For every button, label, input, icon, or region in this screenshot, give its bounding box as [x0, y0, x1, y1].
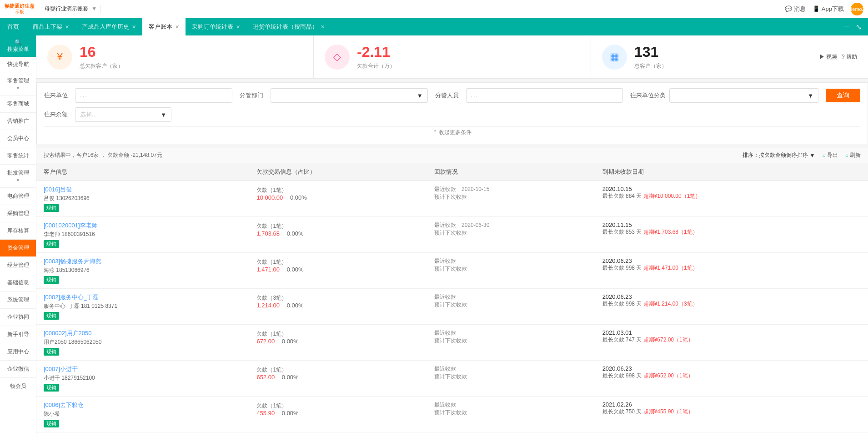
customer-name-link[interactable]: [000002]用户2050: [44, 329, 242, 337]
sidebar-item-enterprise-wx[interactable]: 企业微信: [0, 361, 36, 378]
tab-expand-btn[interactable]: ⤡: [854, 22, 863, 32]
sidebar-item-batch-mgmt[interactable]: 批发管理 ▼: [0, 165, 36, 188]
balance-select[interactable]: 选择... ▼: [75, 107, 171, 122]
top-right-area: 💬 消息 📱 App下载 demo2: [785, 3, 863, 15]
customer-name-link[interactable]: [0003]畅捷服务尹海燕: [44, 257, 242, 266]
collapse-bar[interactable]: ⌃ 收起更多条件: [44, 126, 860, 138]
customer-name-link[interactable]: [0006]去下粮仓: [44, 401, 242, 409]
export-icon: ○: [823, 152, 826, 159]
tab-import-stat[interactable]: 进货单统计表（按商品） ✕: [246, 18, 331, 35]
debt-percent: 0.00%: [282, 338, 299, 345]
sidebar-quick-nav[interactable]: 快捷导航: [0, 57, 36, 72]
latest-date: 2020-10-15: [462, 186, 489, 192]
tab-close-customer[interactable]: ✕: [175, 24, 179, 30]
tab-close-import[interactable]: ✕: [321, 24, 325, 30]
sidebar-label-batch-mgmt: 批发管理: [7, 169, 29, 177]
next-label: 预计下次收款: [434, 265, 587, 273]
overdue-amount-link[interactable]: 超期¥652.00（1笔）: [643, 372, 693, 379]
tab-close-goods[interactable]: ✕: [65, 24, 69, 30]
tab-minimize-btn[interactable]: ─: [843, 22, 851, 32]
due-cell: 2020.06.23 最长欠款 998 天 超期¥652.00（1笔）: [595, 361, 868, 397]
sidebar-item-marketing[interactable]: 营销推广: [0, 113, 36, 130]
app-download-btn[interactable]: 📱 App下载: [813, 5, 844, 13]
sidebar-item-inventory[interactable]: 库存核算: [0, 222, 36, 240]
sidebar-item-member[interactable]: 会员中心: [0, 130, 36, 147]
tab-close-purchase[interactable]: ✕: [236, 24, 240, 30]
from-unit-input[interactable]: ···: [75, 88, 232, 103]
overdue-amount-link[interactable]: 超期¥10,000.00（1笔）: [643, 193, 701, 199]
next-label: 预计下次收款: [434, 301, 587, 309]
repayment-cell: 最近收款 预计下次收款: [427, 432, 595, 437]
debt-percent: 0.00%: [290, 194, 307, 201]
sidebar-item-ecommerce[interactable]: 电商管理: [0, 188, 36, 205]
overdue-amount-link[interactable]: 超期¥1,471.00（1笔）: [643, 265, 698, 271]
due-cell: 2020.12.30 最长欠款 808 天 超期¥429.00（1笔）: [595, 432, 868, 437]
sort-select[interactable]: 排序：按欠款金额倒序排序 ▼: [743, 151, 815, 159]
dept-select[interactable]: ▼: [271, 88, 428, 103]
customer-name-link[interactable]: [0001020001]李老师: [44, 221, 242, 230]
sidebar-item-purchase[interactable]: 采购管理: [0, 205, 36, 222]
overdue-amount-link[interactable]: 超期¥1,214.00（3笔）: [643, 301, 698, 307]
tab-purchase-stat[interactable]: 采购订单统计表 ✕: [186, 18, 246, 35]
overdue-days: 最长欠款 747 天: [602, 337, 643, 343]
latest-label: 最近收款: [434, 186, 456, 192]
message-btn[interactable]: 💬 消息: [785, 5, 806, 13]
debt-amount: 455.90: [256, 410, 275, 417]
next-label: 预计下次收款: [434, 409, 587, 417]
debt-count: 欠款（1笔）: [256, 222, 420, 230]
due-date: 2020.06.23: [602, 257, 861, 264]
sidebar-item-retail-mgmt[interactable]: 零售管理 ▼: [0, 72, 36, 95]
sidebar-item-ops[interactable]: 经营管理: [0, 257, 36, 274]
tab-customer-account[interactable]: 客户账本 ✕: [142, 18, 186, 35]
help-btn[interactable]: ? 帮助: [842, 53, 857, 61]
repayment-cell: 最近收款 预计下次收款: [427, 397, 595, 432]
overdue-amount-link[interactable]: 超期¥1,703.68（1笔）: [643, 229, 698, 235]
tab-product-history[interactable]: 产成品入库单历史 ✕: [75, 18, 142, 35]
refresh-btn[interactable]: ○ 刷新: [845, 151, 861, 159]
latest-label: 最近收款: [434, 258, 456, 264]
sidebar-item-new-guide[interactable]: 新手引导: [0, 326, 36, 343]
sidebar-item-enterprise-collab[interactable]: 企业协同: [0, 309, 36, 326]
app-container: 畅捷通好生意 示板 母婴行业演示账套 ▼ 💬 消息 📱 App下载 demo2: [0, 0, 868, 437]
overdue-amount-link[interactable]: 超期¥672.00（1笔）: [643, 337, 693, 343]
sidebar-label-retail-store: 零售商城: [7, 100, 29, 108]
total-customers-number: 131: [634, 44, 667, 60]
sidebar-label-new-guide: 新手引导: [7, 331, 29, 338]
tab-home[interactable]: 首页: [0, 23, 26, 31]
stat-card-debt-customers: ¥ 16 总欠款客户（家）: [36, 35, 314, 78]
sidebar-label-inventory: 库存核算: [7, 227, 29, 235]
customer-name-link[interactable]: [0002]服务中心_丁磊: [44, 293, 242, 301]
sidebar-item-system[interactable]: 系统管理: [0, 291, 36, 309]
table-row: [0003]畅捷服务尹海燕 海燕 18513066976 现销 欠款（1笔） 1…: [36, 253, 868, 289]
sidebar-item-retail-stats[interactable]: 零售统计: [0, 147, 36, 165]
sidebar-label-enterprise-wx: 企业微信: [7, 365, 29, 373]
sidebar-item-app-center[interactable]: 应用中心: [0, 343, 36, 361]
search-button[interactable]: 查询: [826, 89, 860, 102]
user-avatar-btn[interactable]: demo2: [851, 3, 863, 15]
sidebar-item-retail-store[interactable]: 零售商城: [0, 95, 36, 113]
table-row: [0002]服务中心_丁磊 服务中心_丁磊 181 0125 8371 现销 欠…: [36, 289, 868, 325]
latest-label: 最近收款: [434, 330, 456, 336]
debt-cell: 欠款（1笔） 429.00 0.00%: [249, 432, 427, 437]
manager-input[interactable]: ···: [466, 88, 623, 103]
debt-total-number: -2.11: [357, 44, 395, 60]
video-btn[interactable]: ▶ 视频: [819, 53, 837, 61]
repayment-cell: 最近收款 2020-10-15 预计下次收款: [427, 181, 595, 217]
sidebar-item-basic[interactable]: 基础信息: [0, 274, 36, 291]
debt-amount: 10,000.00: [256, 194, 283, 201]
sidebar-item-vip[interactable]: 畅会员: [0, 378, 36, 395]
tab-goods-on-off[interactable]: 商品上下架 ✕: [26, 18, 75, 35]
customer-badge: 现销: [44, 312, 59, 320]
sidebar-search[interactable]: 🔍 搜索菜单: [0, 35, 36, 57]
customer-badge: 现销: [44, 204, 59, 212]
customer-badge: 现销: [44, 420, 59, 427]
overdue-amount-link[interactable]: 超期¥455.90（1笔）: [643, 408, 693, 415]
unit-category-select[interactable]: ▼: [669, 88, 818, 103]
export-btn[interactable]: ○ 导出: [823, 151, 838, 159]
debt-customers-label: 总欠款客户（家）: [80, 62, 123, 70]
customer-name-link[interactable]: [0007]小进干: [44, 365, 242, 373]
tab-close-product[interactable]: ✕: [132, 24, 136, 30]
sidebar-item-capital[interactable]: 资金管理: [0, 240, 36, 257]
customer-name-link[interactable]: [0016]吕俊: [44, 186, 242, 194]
industry-selector[interactable]: 母婴行业演示账套 ▼: [41, 5, 101, 13]
